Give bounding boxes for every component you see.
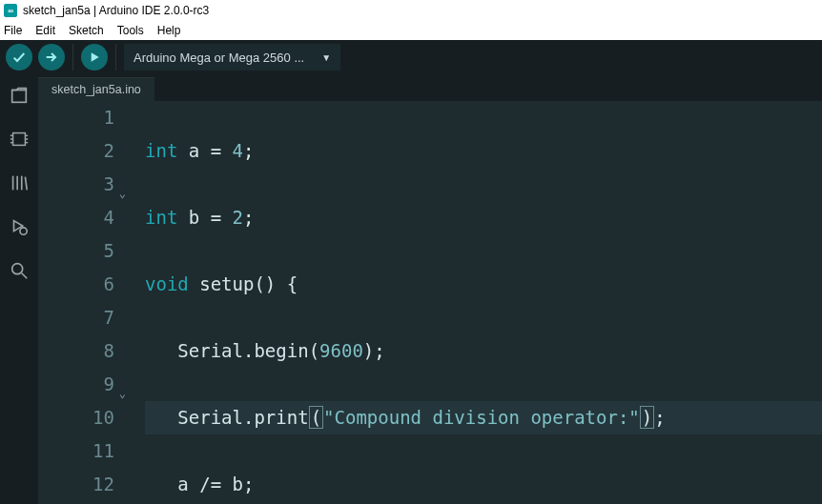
toolbar: Arduino Mega or Mega 2560 ... ▼ <box>0 40 822 74</box>
app-icon: ∞ <box>4 4 17 17</box>
debug-icon[interactable] <box>8 215 31 238</box>
board-selector-label: Arduino Mega or Mega 2560 ... <box>134 50 304 65</box>
code-line: a /= b; <box>145 468 822 501</box>
tab-bar: sketch_jan5a.ino <box>38 74 822 101</box>
menu-edit[interactable]: Edit <box>35 24 55 37</box>
activity-bar <box>0 74 38 504</box>
code-editor[interactable]: 1 2 3⌄ 4 5 6 7 8 9⌄ 10 11 12 int a = 4; … <box>38 101 822 504</box>
svg-rect-2 <box>12 91 27 103</box>
toolbar-separator <box>115 44 116 71</box>
menu-tools[interactable]: Tools <box>117 24 144 37</box>
verify-button[interactable] <box>6 44 32 71</box>
explorer-icon[interactable] <box>8 84 31 107</box>
code-body[interactable]: int a = 4; int b = 2; void setup() { Ser… <box>124 101 822 504</box>
line-number: 7 <box>38 301 114 334</box>
title-bar: ∞ sketch_jan5a | Arduino IDE 2.0.0-rc3 <box>0 0 822 21</box>
line-number: 10 <box>38 401 114 434</box>
line-number: 11 <box>38 434 114 468</box>
svg-line-13 <box>25 177 27 191</box>
line-number: 4 <box>38 201 114 234</box>
menu-bar: File Edit Sketch Tools Help <box>0 21 822 40</box>
window-title: sketch_jan5a | Arduino IDE 2.0.0-rc3 <box>23 4 209 17</box>
line-number: 12 <box>38 468 114 501</box>
board-selector[interactable]: Arduino Mega or Mega 2560 ... ▼ <box>124 44 340 71</box>
code-line: int b = 2; <box>145 201 822 234</box>
code-line: int a = 4; <box>145 134 822 168</box>
code-line: void setup() { <box>145 268 822 301</box>
svg-line-17 <box>22 273 28 279</box>
line-number: 9⌄ <box>38 368 114 401</box>
tab-label: sketch_jan5a.ino <box>51 83 141 96</box>
debug-button[interactable] <box>81 44 108 71</box>
line-gutter: 1 2 3⌄ 4 5 6 7 8 9⌄ 10 11 12 <box>38 101 124 504</box>
line-number: 5 <box>38 234 114 268</box>
code-line-active: Serial.print("Compound division operator… <box>145 401 822 434</box>
svg-marker-14 <box>14 221 23 232</box>
toolbar-separator <box>72 44 73 71</box>
line-number: 3⌄ <box>38 168 114 201</box>
search-icon[interactable] <box>8 259 31 282</box>
svg-point-16 <box>12 264 23 274</box>
line-number: 1 <box>38 101 114 134</box>
library-manager-icon[interactable] <box>8 171 31 194</box>
menu-help[interactable]: Help <box>157 24 181 37</box>
line-number: 2 <box>38 134 114 168</box>
matched-paren: ( <box>309 406 323 429</box>
fold-icon[interactable]: ⌄ <box>119 377 126 411</box>
line-number: 6 <box>38 268 114 301</box>
main-area: sketch_jan5a.ino 1 2 3⌄ 4 5 6 7 8 9⌄ 10 … <box>0 74 822 504</box>
line-number: 8 <box>38 334 114 368</box>
menu-sketch[interactable]: Sketch <box>69 24 104 37</box>
code-line: Serial.begin(9600); <box>145 334 822 368</box>
svg-marker-1 <box>92 52 99 61</box>
menu-file[interactable]: File <box>4 24 22 37</box>
fold-icon[interactable]: ⌄ <box>119 177 126 211</box>
svg-rect-3 <box>13 133 26 146</box>
svg-point-15 <box>20 228 27 234</box>
chevron-down-icon: ▼ <box>321 52 331 63</box>
editor-tab[interactable]: sketch_jan5a.ino <box>38 77 154 101</box>
editor-area: sketch_jan5a.ino 1 2 3⌄ 4 5 6 7 8 9⌄ 10 … <box>38 74 822 504</box>
boards-manager-icon[interactable] <box>8 128 31 151</box>
matched-paren: ) <box>640 406 654 429</box>
upload-button[interactable] <box>38 44 65 71</box>
